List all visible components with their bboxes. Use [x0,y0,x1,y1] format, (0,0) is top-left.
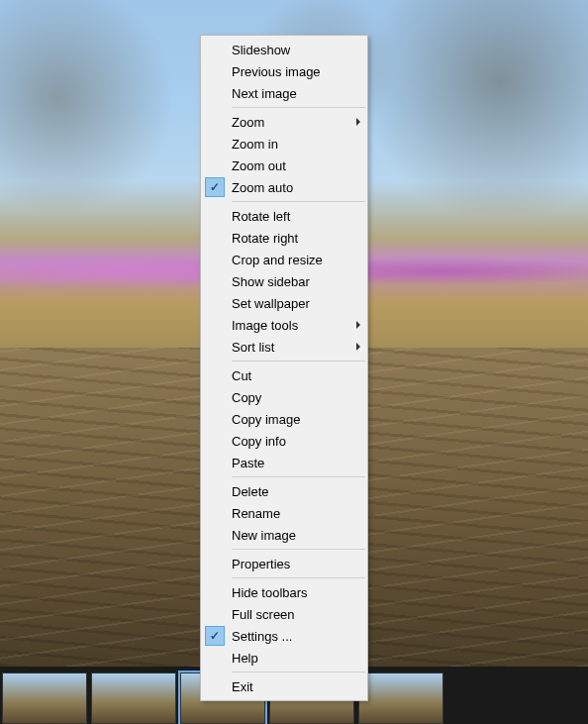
menu-item-copy-image[interactable]: Copy image [202,408,366,430]
menu-item-label: Copy info [232,434,286,449]
menu-item-zoom[interactable]: Zoom [202,111,366,133]
menu-item-label: Rotate left [232,209,290,224]
menu-item-cut[interactable]: Cut [202,364,366,386]
menu-item-label: Show sidebar [232,274,310,289]
menu-separator [232,577,365,578]
menu-item-zoom-auto[interactable]: ✓Zoom auto [202,176,366,198]
menu-item-label: Set wallpaper [232,296,310,311]
menu-separator [232,107,365,108]
menu-item-label: Exit [232,679,253,694]
menu-item-rename[interactable]: Rename [202,502,366,524]
menu-separator [232,672,365,672]
menu-item-properties[interactable]: Properties [202,553,366,574]
menu-item-show-sidebar[interactable]: Show sidebar [202,270,366,292]
menu-separator [232,476,365,477]
menu-item-label: Cut [232,368,251,383]
menu-item-label: Zoom auto [232,180,293,195]
menu-item-delete[interactable]: Delete [202,480,366,502]
menu-item-label: Crop and resize [232,253,323,267]
menu-item-label: Rotate right [232,231,298,246]
menu-separator [232,361,365,362]
menu-item-hide-toolbars[interactable]: Hide toolbars [202,581,366,603]
menu-item-label: Paste [232,456,264,470]
menu-item-set-wallpaper[interactable]: Set wallpaper [202,292,366,314]
context-menu: SlideshowPrevious imageNext imageZoomZoo… [200,35,368,701]
menu-item-copy[interactable]: Copy [202,386,366,408]
menu-item-label: Help [232,651,258,666]
menu-item-label: Full screen [232,607,295,622]
chevron-right-icon [356,343,360,351]
menu-item-label: New image [232,528,296,543]
menu-item-slideshow[interactable]: Slideshow [202,39,366,60]
menu-item-settings[interactable]: ✓Settings ... [202,625,366,647]
menu-separator [232,201,365,202]
menu-separator [232,549,365,550]
menu-item-label: Zoom [232,115,264,130]
menu-item-label: Next image [232,86,297,101]
menu-item-image-tools[interactable]: Image tools [202,314,366,336]
check-icon: ✓ [205,177,225,197]
menu-item-label: Previous image [232,64,321,79]
menu-item-previous-image[interactable]: Previous image [202,60,366,82]
menu-item-next-image[interactable]: Next image [202,82,366,104]
menu-item-full-screen[interactable]: Full screen [202,603,366,625]
chevron-right-icon [356,118,360,126]
menu-item-new-image[interactable]: New image [202,524,366,546]
menu-item-crop-and-resize[interactable]: Crop and resize [202,249,366,270]
menu-item-label: Image tools [232,318,298,333]
menu-item-label: Sort list [232,340,274,355]
menu-item-paste[interactable]: Paste [202,452,366,473]
menu-item-rotate-right[interactable]: Rotate right [202,227,366,249]
check-icon: ✓ [205,626,225,646]
menu-item-label: Hide toolbars [232,585,308,600]
menu-item-label: Zoom in [232,137,278,152]
menu-item-label: Settings ... [232,629,292,644]
menu-item-label: Copy image [232,412,300,427]
thumbnail[interactable] [2,672,87,724]
menu-item-exit[interactable]: Exit [202,675,366,697]
menu-item-label: Properties [232,557,290,571]
menu-item-label: Delete [232,484,269,499]
thumbnail[interactable] [91,672,176,724]
chevron-right-icon [356,321,360,329]
thumbnail[interactable] [358,672,443,724]
menu-item-label: Zoom out [232,158,286,173]
menu-item-copy-info[interactable]: Copy info [202,430,366,452]
menu-item-label: Rename [232,506,280,521]
menu-item-help[interactable]: Help [202,647,366,669]
menu-item-sort-list[interactable]: Sort list [202,336,366,358]
menu-item-zoom-in[interactable]: Zoom in [202,133,366,155]
menu-item-label: Copy [232,390,261,405]
menu-item-label: Slideshow [232,43,290,57]
menu-item-rotate-left[interactable]: Rotate left [202,205,366,227]
menu-item-zoom-out[interactable]: Zoom out [202,155,366,176]
